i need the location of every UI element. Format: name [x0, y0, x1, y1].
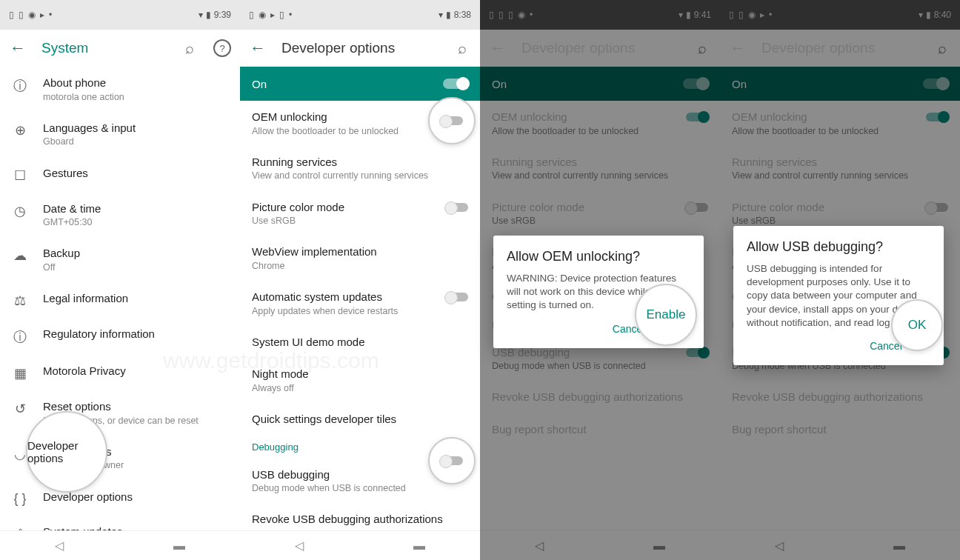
- settings-row[interactable]: Running servicesView and control current…: [240, 146, 480, 191]
- settings-row[interactable]: ◷Date & timeGMT+05:30: [0, 193, 240, 238]
- row-title: Backup: [43, 246, 228, 261]
- row-title: Regulatory information: [43, 327, 228, 341]
- settings-row[interactable]: ⓘAbout phonemotorola one action: [0, 67, 240, 112]
- row-title: Picture color mode: [492, 200, 671, 215]
- settings-row[interactable]: Bug report shortcut: [480, 413, 720, 446]
- row-title: Picture color mode: [732, 200, 911, 215]
- panel-dev-dialog1: ▯▯▯◉•▾▮9:41 ←Developer options⌕ On OEM u…: [480, 0, 720, 560]
- row-icon: ◷: [12, 203, 28, 219]
- navbar: ◁▬: [0, 530, 240, 560]
- app-bar: ← System ⌕ ?: [0, 30, 240, 67]
- row-title: Date & time: [43, 201, 228, 216]
- settings-row[interactable]: Automatic system updatesApply updates wh…: [240, 281, 480, 326]
- toggle-switch[interactable]: [926, 203, 948, 212]
- row-title: Languages & input: [43, 121, 228, 136]
- search-icon[interactable]: ⌕: [181, 39, 199, 57]
- row-title: OEM unlocking: [252, 110, 431, 124]
- row-subtitle: View and control currently running servi…: [732, 170, 948, 181]
- row-icon: ⊕: [12, 122, 28, 139]
- toggle-switch[interactable]: [686, 113, 708, 121]
- row-title: Gestures: [43, 166, 228, 181]
- row-subtitle: Use sRGB: [732, 215, 911, 227]
- settings-row[interactable]: Bug report shortcut: [720, 413, 960, 446]
- row-subtitle: Debug mode when USB is connected: [492, 360, 671, 372]
- row-icon: ⓘ: [12, 328, 28, 346]
- row-icon: ↺: [12, 401, 28, 417]
- settings-row[interactable]: Picture color modeUse sRGB: [480, 191, 720, 236]
- switch-on[interactable]: [443, 79, 468, 89]
- icon: ▯: [9, 10, 14, 20]
- row-subtitle: motorola one action: [43, 91, 228, 103]
- toggle-switch[interactable]: [686, 348, 708, 357]
- row-icon: { }: [12, 491, 28, 507]
- row-icon: ☁: [12, 247, 28, 264]
- row-subtitle: Always off: [252, 382, 468, 394]
- row-title: Running services: [732, 155, 948, 170]
- row-title: WebView implementation: [252, 244, 468, 259]
- back-nav-icon[interactable]: ◁: [55, 539, 64, 553]
- row-title: Revoke USB debugging authorizations: [492, 390, 708, 404]
- help-icon[interactable]: ?: [213, 39, 231, 57]
- settings-row[interactable]: { }Developer options: [0, 481, 240, 516]
- settings-row[interactable]: Revoke USB debugging authorizations: [720, 381, 960, 413]
- row-icon: ⚖: [12, 293, 28, 309]
- back-button[interactable]: ←: [249, 39, 267, 57]
- row-subtitle: Off: [43, 261, 228, 273]
- settings-row[interactable]: Revoke USB debugging authorizations: [480, 381, 720, 413]
- settings-row[interactable]: WebView implementationChrome: [240, 236, 480, 281]
- row-subtitle: View and control currently running servi…: [492, 170, 708, 181]
- row-subtitle: Use sRGB: [252, 215, 431, 227]
- row-subtitle: Allow the bootloader to be unlocked: [252, 125, 431, 137]
- home-pill-icon[interactable]: ▬: [173, 539, 185, 553]
- icon: ◉: [28, 10, 36, 20]
- icon: ▯: [19, 10, 24, 20]
- row-title: Bug report shortcut: [492, 422, 708, 437]
- clock: 8:38: [454, 10, 471, 20]
- row-icon: ▦: [12, 365, 28, 381]
- settings-row[interactable]: ☁BackupOff: [0, 237, 240, 282]
- row-title: Quick settings developer tiles: [252, 412, 468, 427]
- toggle-switch[interactable]: [446, 203, 468, 212]
- row-title: System updates: [43, 524, 228, 531]
- settings-row[interactable]: ☐Gestures: [0, 157, 240, 193]
- toggle-switch[interactable]: [446, 293, 468, 301]
- settings-row[interactable]: Revoke USB debugging authorizations: [240, 503, 480, 530]
- dialog-title: Allow OEM unlocking?: [507, 249, 690, 264]
- settings-row[interactable]: OEM unlockingAllow the bootloader to be …: [720, 101, 960, 146]
- row-title: OEM unlocking: [732, 110, 911, 124]
- row-title: Revoke USB debugging authorizations: [732, 390, 948, 404]
- row-title: System UI demo mode: [252, 335, 468, 350]
- icon: ▸: [40, 10, 44, 20]
- settings-row[interactable]: ⇪System updatesUpdated to Android 9: [0, 516, 240, 531]
- settings-row[interactable]: Picture color modeUse sRGB: [240, 191, 480, 236]
- row-subtitle: Gboard: [43, 136, 228, 147]
- row-subtitle: GMT+05:30: [43, 216, 228, 228]
- row-icon: ☐: [12, 167, 28, 184]
- search-icon[interactable]: ⌕: [453, 39, 471, 57]
- row-title: Picture color mode: [252, 200, 431, 215]
- row-subtitle: Allow the bootloader to be unlocked: [732, 125, 911, 137]
- status-bar: ▯▯◉▸• ▾▮9:39: [0, 0, 240, 30]
- settings-row[interactable]: Running servicesView and control current…: [720, 146, 960, 191]
- row-title: Legal information: [43, 291, 228, 306]
- back-button[interactable]: ←: [9, 39, 27, 57]
- toggle-switch[interactable]: [926, 113, 948, 121]
- row-title: Bug report shortcut: [732, 422, 948, 437]
- settings-row[interactable]: ⊕Languages & inputGboard: [0, 112, 240, 157]
- row-title: Running services: [252, 155, 468, 170]
- row-subtitle: View and control currently running servi…: [252, 170, 468, 181]
- settings-row[interactable]: Running servicesView and control current…: [480, 146, 720, 191]
- toggle-switch[interactable]: [686, 203, 708, 212]
- highlight-ok-button: OK: [891, 299, 943, 351]
- row-icon: ⓘ: [12, 77, 28, 95]
- settings-row[interactable]: ⚖Legal information: [0, 282, 240, 318]
- panel-dev-dialog2: ▯▯◉▸•▾▮8:40 ←Developer options⌕ On OEM u…: [720, 0, 960, 560]
- highlight-usb-switch: [428, 437, 476, 484]
- row-title: Running services: [492, 155, 708, 170]
- settings-row[interactable]: OEM unlockingAllow the bootloader to be …: [480, 101, 720, 146]
- row-title: Automatic system updates: [252, 290, 431, 304]
- battery-icon: ▮: [206, 10, 211, 20]
- status-bar: ▯◉▸▯• ▾▮8:38: [240, 0, 480, 30]
- master-toggle[interactable]: On: [240, 67, 480, 101]
- settings-row[interactable]: Quick settings developer tiles: [240, 403, 480, 436]
